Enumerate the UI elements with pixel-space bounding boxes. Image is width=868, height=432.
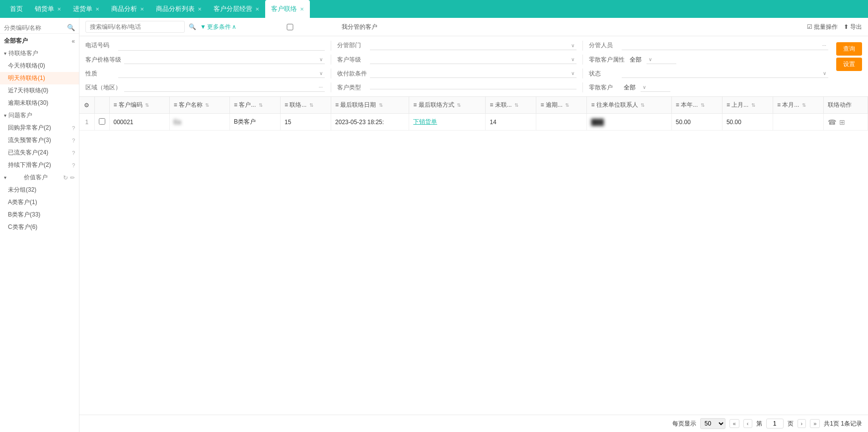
export-btn[interactable]: ⬆ 导出 (844, 23, 862, 31)
sidebar-tomorrow-contact[interactable]: 明天待联络(1) (0, 72, 79, 84)
search-input[interactable] (85, 21, 185, 33)
status-arrow: ∨ (823, 71, 826, 76)
nav-customer-contact[interactable]: 客户联络 ✕ (265, 0, 310, 18)
sidebar-churned[interactable]: 已流失客户(24) ? (0, 146, 79, 159)
row-overdue (536, 114, 587, 131)
nav-home[interactable]: 首页 (4, 0, 29, 18)
contact-count-col-header[interactable]: ≡ 联络... ⇅ (280, 97, 331, 114)
type-col-header[interactable]: ≡ 客户... ⇅ (229, 97, 280, 114)
sidebar-type-b[interactable]: B类客户(33) (0, 209, 79, 221)
region-select[interactable]: ··· (124, 83, 325, 92)
name-col-header[interactable]: ≡ 客户名称 ⇅ (169, 97, 229, 114)
manager-select[interactable]: ··· (622, 41, 828, 50)
help-icon-3: ? (72, 150, 75, 156)
filter-dept: 分管部门 ∨ (337, 41, 577, 50)
edit-icon[interactable]: ✏ (70, 174, 75, 181)
nav-sales[interactable]: 销货单 ✕ (29, 0, 67, 18)
my-customers-check[interactable]: 我分管的客户 (240, 23, 377, 31)
filter-payment: 收付款条件 ∨ (337, 69, 577, 78)
sort-date-icon: ⇅ (379, 102, 383, 108)
batch-operation-btn[interactable]: ☑ 批量操作 (807, 23, 838, 31)
action-phone-icon[interactable]: ☎ (828, 118, 836, 126)
retail-customer-select[interactable]: ∨ (641, 83, 670, 92)
sidebar-repurchase-abnormal[interactable]: 回购异常客户(2) ? (0, 122, 79, 134)
settings-button[interactable]: 设置 (836, 58, 862, 71)
contact-person-col-header[interactable]: ≡ 往来单位联系人 ⇅ (587, 97, 671, 114)
sidebar-search-icon[interactable]: 🔍 (67, 24, 75, 31)
action-icons: ☎ ⊞ (828, 118, 864, 126)
close-goods-list-icon[interactable]: ✕ (198, 6, 202, 12)
row-last-method[interactable]: 下销货单 (409, 114, 486, 131)
filter-manager: 分管人员 ··· (589, 41, 828, 50)
help-icon-4: ? (72, 162, 75, 168)
group-value-customers[interactable]: 价值客户 ↻ ✏ (0, 171, 79, 184)
filter-status: 状态 ∨ (589, 69, 828, 78)
first-page-btn[interactable]: « (729, 419, 739, 428)
code-col-header[interactable]: ≡ 客户编码 ⇅ (109, 97, 169, 114)
row-type: B类客户 (229, 114, 280, 131)
sidebar-week-contact[interactable]: 近7天待联络(0) (0, 84, 79, 97)
checkbox-col-header (94, 97, 109, 114)
last-date-col-header[interactable]: ≡ 最后联络日期 ⇅ (331, 97, 409, 114)
gender-arrow: ∨ (319, 71, 323, 76)
query-button[interactable]: 查询 (836, 42, 862, 56)
close-goods-analysis-icon[interactable]: ✕ (140, 6, 144, 12)
sidebar-churn-warning[interactable]: 流失预警客户(3) ? (0, 134, 79, 146)
nav-goods-analysis-list[interactable]: 商品分析列表 ✕ (150, 0, 208, 18)
group-problem-customers[interactable]: 问题客户 (0, 109, 79, 122)
collapse-sidebar-icon[interactable]: « (72, 38, 75, 45)
sidebar-type-a[interactable]: A类客户(1) (0, 196, 79, 209)
sidebar-type-c[interactable]: C类客户(6) (0, 221, 79, 233)
nav-goods-analysis[interactable]: 商品分析 ✕ (105, 0, 150, 18)
my-customers-checkbox[interactable] (240, 24, 340, 30)
this-month-col-header[interactable]: ≡ 本月... ⇅ (773, 97, 823, 114)
uncontacted-col-header[interactable]: ≡ 未联... ⇅ (486, 97, 536, 114)
refresh-icon[interactable]: ↻ (63, 174, 68, 181)
prev-page-btn[interactable]: ‹ (743, 419, 752, 428)
close-customer-contact-icon[interactable]: ✕ (300, 6, 304, 12)
this-year-col-header[interactable]: ≡ 本年... ⇅ (671, 97, 722, 114)
retail-attr-select[interactable]: ∨ (647, 55, 676, 64)
last-page-btn[interactable]: » (810, 419, 820, 428)
search-icon-btn[interactable]: 🔍 (189, 23, 196, 30)
value-grade-select[interactable]: ∨ (124, 55, 325, 64)
next-page-btn[interactable]: › (797, 419, 806, 428)
row-this-year: 50.00 (671, 114, 722, 131)
filter-gender: 性质 ∨ (85, 69, 325, 78)
gender-select[interactable]: ∨ (118, 69, 325, 78)
sidebar-declining[interactable]: 持续下滑客户(2) ? (0, 159, 79, 171)
nav-customer-tier[interactable]: 客户分层经营 ✕ (208, 0, 265, 18)
close-customer-tier-icon[interactable]: ✕ (255, 6, 259, 12)
overdue-col-header[interactable]: ≡ 逾期... ⇅ (536, 97, 587, 114)
filter-retail-customer: 零散客户 全部 ∨ (589, 83, 828, 92)
customer-type-select[interactable] (370, 86, 577, 89)
more-filter-btn[interactable]: ▼ 更多条件 ∧ (200, 23, 236, 31)
page-size-select[interactable]: 50 100 200 (700, 418, 725, 429)
action-menu-icon[interactable]: ⊞ (839, 118, 845, 126)
sidebar-today-contact[interactable]: 今天待联络(0) (0, 60, 79, 72)
last-method-col-header[interactable]: ≡ 最后联络方式 ⇅ (409, 97, 486, 114)
phone-input[interactable] (118, 40, 325, 51)
payment-select[interactable]: ∨ (370, 69, 577, 78)
dept-select[interactable]: ∨ (370, 41, 577, 50)
row-checkbox[interactable] (99, 118, 105, 125)
sidebar-search-area: 🔍 (0, 22, 79, 34)
customer-grade-select[interactable]: ∨ (370, 55, 577, 64)
close-sales-icon[interactable]: ✕ (57, 6, 61, 12)
row-code: 000021 (109, 114, 169, 131)
main-layout: 🔍 全部客户 « 待联络客户 今天待联络(0) 明天待联络(1) 近7天待联络(… (0, 18, 868, 432)
filter-action-buttons: 查询 设置 (832, 40, 862, 92)
nav-purchase[interactable]: 进货单 ✕ (67, 0, 105, 18)
sidebar-overdue-contact[interactable]: 逾期未联络(30) (0, 97, 79, 109)
sidebar-search-input[interactable] (4, 24, 67, 31)
gear-col-header[interactable]: ⚙ (79, 97, 94, 114)
sidebar-unclassified[interactable]: 未分组(32) (0, 184, 79, 196)
page-input[interactable] (766, 419, 784, 429)
close-purchase-icon[interactable]: ✕ (95, 6, 99, 12)
status-select[interactable]: ∨ (622, 69, 828, 78)
region-arrow: ··· (319, 84, 323, 90)
group-pending-contact[interactable]: 待联络客户 (0, 47, 79, 60)
divider-1 (331, 41, 331, 51)
last-month-col-header[interactable]: ≡ 上月... ⇅ (722, 97, 773, 114)
row-checkbox-cell[interactable] (94, 114, 109, 131)
